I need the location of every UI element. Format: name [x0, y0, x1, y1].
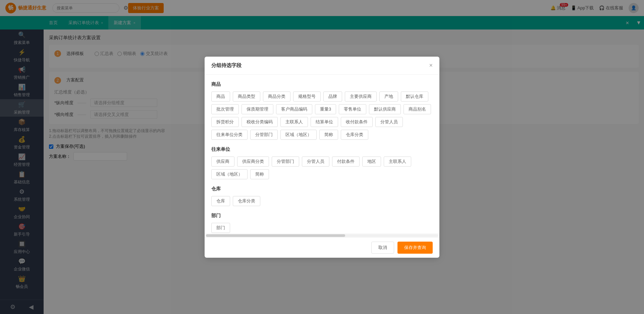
section-warehouse: 仓库 仓库 仓库分类 — [211, 186, 433, 206]
modal-overlay: 分组待选字段 × 商品 商品 商品类型 商品分类 规格型号 品牌 主要供应商 产… — [0, 0, 644, 314]
modal-header: 分组待选字段 × — [205, 57, 439, 75]
field-split-points[interactable]: 拆货积分 — [211, 117, 239, 127]
section-product: 商品 商品 商品类型 商品分类 规格型号 品牌 主要供应商 产地 默认仓库 批次… — [211, 81, 433, 140]
field-warehouse-category[interactable]: 仓库分类 — [233, 196, 260, 206]
modal-title: 分组待选字段 — [211, 62, 241, 69]
field-warehouse-cat[interactable]: 仓库分类 — [341, 130, 368, 140]
field-default-warehouse[interactable]: 默认仓库 — [401, 91, 428, 102]
field-settle-unit[interactable]: 结算单位 — [311, 117, 338, 127]
field-party-region[interactable]: 区域（地区） — [211, 169, 248, 179]
field-supplier-cat[interactable]: 供应商分类 — [237, 156, 269, 167]
warehouse-fields: 仓库 仓库分类 — [211, 196, 433, 206]
field-short-name[interactable]: 简称 — [319, 130, 338, 140]
field-party-category[interactable]: 往来单位分类 — [211, 130, 248, 140]
field-spec-model[interactable]: 规格型号 — [293, 91, 321, 102]
field-party-short[interactable]: 简称 — [250, 169, 269, 179]
field-product-category[interactable]: 商品分类 — [263, 91, 290, 102]
field-supplier[interactable]: 供应商 — [211, 156, 234, 167]
section-dept: 部门 部门 — [211, 213, 433, 233]
field-main-supplier[interactable]: 主要供应商 — [345, 91, 377, 102]
field-party-contact[interactable]: 主联系人 — [384, 156, 411, 167]
modal-confirm-button[interactable]: 保存并查询 — [397, 242, 433, 254]
field-area[interactable]: 地区 — [362, 156, 381, 167]
field-main-contact[interactable]: 主联系人 — [280, 117, 308, 127]
field-payment-terms[interactable]: 收付款条件 — [341, 117, 373, 127]
modal-close-button[interactable]: × — [429, 62, 433, 69]
field-dept[interactable]: 部门 — [211, 223, 230, 233]
field-default-supplier[interactable]: 默认供应商 — [369, 104, 401, 114]
field-weight[interactable]: 重量3 — [315, 104, 336, 114]
party-fields: 供应商 供应商分类 分管部门 分管人员 付款条件 地区 主联系人 区域（地区） … — [211, 156, 433, 179]
product-fields: 商品 商品类型 商品分类 规格型号 品牌 主要供应商 产地 默认仓库 批次管理 … — [211, 91, 433, 140]
section-party-title: 往来单位 — [211, 146, 433, 152]
field-tax-code[interactable]: 税收分类编码 — [241, 117, 278, 127]
field-shelf-life[interactable]: 保质期管理 — [241, 104, 273, 114]
field-supervisor[interactable]: 分管人员 — [375, 117, 403, 127]
field-batch-mgmt[interactable]: 批次管理 — [211, 104, 239, 114]
section-party: 往来单位 供应商 供应商分类 分管部门 分管人员 付款条件 地区 主联系人 区域… — [211, 146, 433, 179]
field-retail-unit[interactable]: 零售单位 — [339, 104, 366, 114]
section-dept-title: 部门 — [211, 213, 433, 219]
field-region[interactable]: 区域（地区） — [280, 130, 317, 140]
field-product-alias[interactable]: 商品别名 — [404, 104, 431, 114]
modal-footer: 取消 保存并查询 — [205, 237, 439, 258]
field-party-supervisor[interactable]: 分管人员 — [302, 156, 329, 167]
field-origin[interactable]: 产地 — [379, 91, 398, 102]
field-product-type[interactable]: 商品类型 — [233, 91, 260, 102]
field-customer-code[interactable]: 客户商品编码 — [276, 104, 312, 114]
field-dept-in-charge[interactable]: 分管部门 — [250, 130, 278, 140]
modal-hscroll[interactable] — [205, 234, 439, 237]
field-brand[interactable]: 品牌 — [323, 91, 342, 102]
section-product-title: 商品 — [211, 81, 433, 87]
modal-body: 商品 商品 商品类型 商品分类 规格型号 品牌 主要供应商 产地 默认仓库 批次… — [205, 75, 439, 234]
field-payment-cond[interactable]: 付款条件 — [332, 156, 360, 167]
field-party-dept[interactable]: 分管部门 — [272, 156, 299, 167]
section-warehouse-title: 仓库 — [211, 186, 433, 192]
field-product[interactable]: 商品 — [211, 91, 230, 102]
modal-cancel-button[interactable]: 取消 — [371, 242, 394, 254]
field-selection-modal: 分组待选字段 × 商品 商品 商品类型 商品分类 规格型号 品牌 主要供应商 产… — [205, 57, 439, 258]
field-warehouse[interactable]: 仓库 — [211, 196, 230, 206]
dept-fields: 部门 — [211, 223, 433, 233]
